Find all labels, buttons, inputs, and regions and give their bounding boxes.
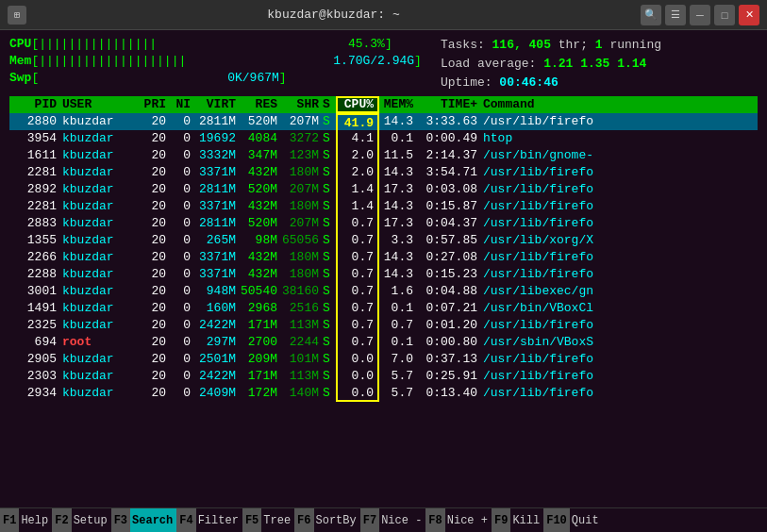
cell-pri: 20 [138,130,170,147]
table-row[interactable]: 2288kbuzdar2003371M432M180MS0.714.30:15.… [9,266,758,283]
cell-virt: 3371M [194,249,240,266]
swp-label: Swp [9,70,31,87]
cell-time: 0:37.13 [417,351,481,368]
cell-shr: 38160 [281,283,323,300]
table-row[interactable]: 3954kbuzdar2001969240843272S4.10.10:00.4… [9,130,758,147]
cell-virt: 2422M [194,368,240,385]
cell-pri: 20 [138,164,170,181]
cell-pid: 694 [11,334,60,351]
cell-virt: 2811M [194,181,240,198]
header-shr: SHR [281,96,323,113]
table-row[interactable]: 3001kbuzdar200948M5054038160S0.71.60:04.… [9,283,758,300]
cell-cpu: 0.7 [336,232,379,249]
terminal-area: CPU [ |||||||||||||||| 45.3% ] Mem [ |||… [0,30,767,507]
cell-mem: 14.3 [379,113,417,130]
funckey-f3[interactable]: F3Search [111,508,177,533]
cell-cmd: /usr/libexec/gn [481,283,756,300]
header-cpu: CPU% [336,96,379,113]
cell-user: kbuzdar [60,266,138,283]
fkey-label: Nice + [445,508,492,533]
table-row[interactable]: 2880kbuzdar2002811M520M207MS41.914.33:33… [9,113,758,130]
cell-ni: 0 [170,198,194,215]
cell-ni: 0 [170,215,194,232]
cell-pri: 20 [138,249,170,266]
cell-user: kbuzdar [60,113,138,130]
stats-left: CPU [ |||||||||||||||| 45.3% ] Mem [ |||… [9,36,422,92]
mem-value: 1.70G/2.94G [333,53,414,70]
table-row[interactable]: 694root200297M27002244S0.70.10:00.80/usr… [9,334,758,351]
fkey-label: Search [130,508,176,533]
cell-pri: 20 [138,266,170,283]
cell-mem: 7.0 [379,351,417,368]
cell-ni: 0 [170,232,194,249]
funckey-f6[interactable]: F6SortBy [294,508,360,533]
cell-shr: 123M [281,147,323,164]
cell-virt: 265M [194,232,240,249]
table-row[interactable]: 2303kbuzdar2002422M171M113MS0.05.70:25.9… [9,368,758,385]
funckey-f1[interactable]: F1Help [0,508,52,533]
cell-cpu: 41.9 [336,113,379,130]
cell-shr: 65056 [281,232,323,249]
cell-pid: 2281 [11,164,60,181]
funckey-f7[interactable]: F7Nice - [360,508,426,533]
maximize-button[interactable]: □ [714,5,735,25]
cell-pri: 20 [138,300,170,317]
cell-virt: 3371M [194,198,240,215]
header-res: RES [240,96,281,113]
cell-pri: 20 [138,215,170,232]
cell-pid: 1611 [11,147,60,164]
close-button[interactable]: ✕ [739,5,759,25]
table-row[interactable]: 2325kbuzdar2002422M171M113MS0.70.70:01.2… [9,317,758,334]
cell-user: kbuzdar [60,249,138,266]
cell-user: kbuzdar [60,164,138,181]
cell-pri: 20 [138,385,170,402]
cell-s: S [323,283,336,300]
table-row[interactable]: 2905kbuzdar2002501M209M101MS0.07.00:37.1… [9,351,758,368]
header-mem: MEM% [379,96,417,113]
cell-mem: 17.3 [379,215,417,232]
cell-time: 0:04.37 [417,215,481,232]
cell-pid: 2934 [11,385,60,402]
cell-ni: 0 [170,130,194,147]
stats-section: CPU [ |||||||||||||||| 45.3% ] Mem [ |||… [9,36,758,92]
table-row[interactable]: 2281kbuzdar2003371M432M180MS2.014.33:54.… [9,164,758,181]
tasks-row: Tasks: 116, 405 thr; 1 running [441,36,758,55]
cell-ni: 0 [170,351,194,368]
table-row[interactable]: 2266kbuzdar2003371M432M180MS0.714.30:27.… [9,249,758,266]
cell-shr: 113M [281,317,323,334]
search-button[interactable]: 🔍 [641,5,661,25]
cell-user: kbuzdar [60,317,138,334]
cell-s: S [323,334,336,351]
table-row[interactable]: 2281kbuzdar2003371M432M180MS1.414.30:15.… [9,198,758,215]
cell-pid: 2883 [11,215,60,232]
cell-pid: 3001 [11,283,60,300]
cell-s: S [323,215,336,232]
funckey-f2[interactable]: F2Setup [52,508,110,533]
cpu-row: CPU [ |||||||||||||||| 45.3% ] [9,36,422,53]
table-row[interactable]: 2892kbuzdar2002811M520M207MS1.417.30:03.… [9,181,758,198]
table-row[interactable]: 1355kbuzdar200265M98M65056S0.73.30:57.85… [9,232,758,249]
funckey-f9[interactable]: F9Kill [492,508,543,533]
cell-time: 0:25.91 [417,368,481,385]
table-row[interactable]: 2883kbuzdar2002811M520M207MS0.717.30:04.… [9,215,758,232]
table-row[interactable]: 1491kbuzdar200160M29682516S0.70.10:07.21… [9,300,758,317]
cell-cpu: 0.0 [336,368,379,385]
cell-ni: 0 [170,385,194,402]
funckey-f4[interactable]: F4Filter [176,508,242,533]
cell-shr: 180M [281,164,323,181]
uptime-value: 00:46:46 [499,75,558,90]
minimize-button[interactable]: ─ [690,5,710,25]
funckey-f5[interactable]: F5Tree [242,508,294,533]
funckey-f10[interactable]: F10Quit [543,508,602,533]
cell-cpu: 0.0 [336,351,379,368]
table-row[interactable]: 1611kbuzdar2003332M347M123MS2.011.52:14.… [9,147,758,164]
table-row[interactable]: 2934kbuzdar2002409M172M140MS0.05.70:13.4… [9,385,758,402]
fkey-num: F4 [176,508,195,533]
funckey-f8[interactable]: F8Nice + [425,508,492,533]
fkey-label: Filter [196,508,242,533]
cell-res: 2968 [240,300,281,317]
menu-button[interactable]: ☰ [665,5,686,25]
cell-res: 432M [240,249,281,266]
cell-cmd: htop [481,130,756,147]
cell-time: 0:15.23 [417,266,481,283]
